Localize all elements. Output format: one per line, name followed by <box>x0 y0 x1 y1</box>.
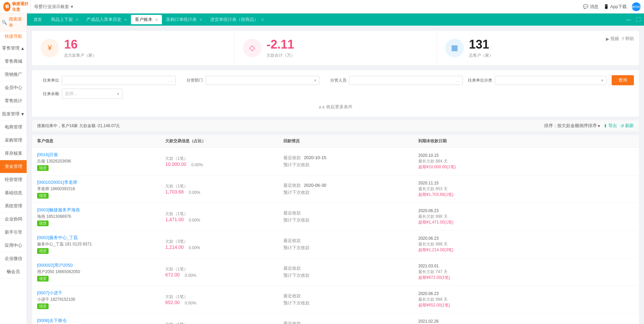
category-select[interactable]: ▾ <box>495 76 607 85</box>
overdue-detail-4[interactable]: 超期¥672.00(1笔) <box>418 275 634 281</box>
sidebar-item-purchase[interactable]: 采购管理 <box>0 134 27 147</box>
tab-prod-history[interactable]: 产成品入库单历史 ✕ <box>82 15 131 24</box>
overdue-detail-1[interactable]: 超期¥1,703.68(1笔) <box>418 192 634 198</box>
customer-info-5: [0007]小进干 小进干 18279152100 现货 <box>37 290 165 309</box>
store-name: 母婴行业演示账套 <box>34 4 69 10</box>
overdue-detail-3[interactable]: 超期¥1,214.00(3笔) <box>418 247 634 253</box>
sidebar-item-operation[interactable]: 经营管理 <box>0 173 27 186</box>
tab-close-customer-account[interactable]: ✕ <box>155 18 158 22</box>
sort-select[interactable]: 排序：按欠款金额倒序排序 ▾ <box>544 123 600 129</box>
sidebar-item-app-center[interactable]: 应用中心 <box>0 239 27 252</box>
category-arrow-icon: ▾ <box>601 78 604 83</box>
tab-close-product-off[interactable]: ✕ <box>76 18 78 22</box>
person-input[interactable]: … <box>349 76 463 85</box>
customer-name-2[interactable]: [0003]畅捷服务尹海燕 <box>37 207 165 213</box>
stat-info-debt-amount: -2.11 欠款合计（万） <box>267 37 295 58</box>
sidebar-item-system[interactable]: 系统管理 <box>0 200 27 213</box>
stat-value-debt-customers: 16 <box>64 37 96 52</box>
tab-purchase-summary[interactable]: 采购订单统计表 ✕ <box>162 15 206 24</box>
sidebar-search[interactable]: 🔍 搜索菜单 <box>0 13 27 31</box>
message-button[interactable]: 💬 消息 <box>583 4 598 10</box>
overdue-days-3: 最长欠款 998 天 <box>418 241 634 247</box>
tab-bar-right: — ⛶ <box>624 17 642 22</box>
sidebar-item-batch-mgmt[interactable]: 批发管理 ▼ <box>0 108 27 121</box>
tab-purchase-by-product[interactable]: 进货单统计表（按商品） ✕ <box>206 15 268 24</box>
result-summary: 搜索结果中，客户16家 欠款金额 -21,148.07元 <box>37 123 120 129</box>
customer-name-5[interactable]: [0007]小进干 <box>37 290 165 296</box>
recent-date-0: 2020-10-15 <box>304 155 327 160</box>
sidebar-item-member[interactable]: 会员中心 <box>0 81 27 94</box>
debt-amount-5[interactable]: 652.00 <box>165 300 180 305</box>
recovery-info-6: 最近收款 预计下次收款 <box>283 321 418 324</box>
debt-count-2: 欠款（1笔） <box>165 211 283 217</box>
sidebar-item-retail-mall[interactable]: 零售商城 <box>0 55 27 68</box>
sidebar-label-inventory: 库存核算 <box>5 151 22 156</box>
username-label: demo2 <box>629 4 643 9</box>
overdue-detail-5[interactable]: 超期¥652.00(1笔) <box>418 302 634 308</box>
sidebar-item-enterprise-wx[interactable]: 企业微信 <box>0 252 27 265</box>
tab-label-product-off: 商品上下架 <box>51 17 73 23</box>
tab-maximize-icon[interactable]: ⛶ <box>634 17 642 22</box>
customer-name-1[interactable]: [0001020001]李老师 <box>37 179 165 185</box>
export-button[interactable]: ⬆ 导出 <box>604 123 617 129</box>
debt-pct-2: 0.00% <box>189 218 200 223</box>
page-content: ¥ 16 总欠款客户（家） ◇ -2.11 欠款合计（万） <box>27 26 644 324</box>
tab-close-prod-history[interactable]: ✕ <box>124 18 127 22</box>
tab-close-purchase-by-product[interactable]: ✕ <box>261 18 264 22</box>
sidebar-label-retail-stats: 零售统计 <box>5 98 22 103</box>
customer-name-6[interactable]: [0006]去下粮仓 <box>37 318 165 324</box>
sidebar-item-guide[interactable]: 新手引导 <box>0 226 27 239</box>
overdue-detail-0[interactable]: 超期¥10,000.00(1笔) <box>418 164 634 170</box>
sidebar-item-retail-mgmt[interactable]: 零售管理 ▲ <box>0 42 27 55</box>
next-label-4: 预计下次收款 <box>283 272 418 278</box>
debt-info-2: 欠款（1笔） 1,471.00 0.00% <box>165 211 283 223</box>
tab-product-off[interactable]: 商品上下架 ✕ <box>47 15 82 24</box>
search-button[interactable]: 查询 <box>612 75 634 85</box>
sidebar-item-enterprise[interactable]: 企业协同 <box>0 213 27 226</box>
stats-row: ¥ 16 总欠款客户（家） ◇ -2.11 欠款合计（万） <box>32 31 639 65</box>
sidebar-item-ecommerce[interactable]: 电商管理 <box>0 121 27 134</box>
tab-home[interactable]: 首页 <box>29 17 47 23</box>
tab-customer-account[interactable]: 客户账本 ✕ <box>131 15 162 24</box>
customer-name-3[interactable]: [0002]服务中心_丁磊 <box>37 235 165 241</box>
sidebar-label-retail-mall: 零售商城 <box>5 59 22 64</box>
balance-select[interactable]: 选择... ▾ <box>62 89 122 99</box>
debt-amount-4[interactable]: 672.00 <box>165 272 180 277</box>
collapse-button[interactable]: ∧∧ 收起更多条件 <box>318 104 353 110</box>
store-selector[interactable]: 母婴行业演示账套 ▾ <box>30 0 77 13</box>
col-header-customer: 客户信息 <box>37 138 165 144</box>
sidebar-item-marketing[interactable]: 营销推广 <box>0 68 27 81</box>
logo-area: 畅 畅捷通好生意 <box>3 1 30 12</box>
customer-name-4[interactable]: [000002]用户2050 <box>37 262 165 268</box>
help-button[interactable]: ? 帮助 <box>622 36 634 42</box>
tab-minimize-icon[interactable]: — <box>624 17 633 22</box>
customer-tag-4: 现货 <box>37 276 49 282</box>
chevron-icon-batch: ▼ <box>21 112 25 117</box>
tab-close-purchase-summary[interactable]: ✕ <box>199 18 202 22</box>
debt-count-1: 欠款（1笔） <box>165 183 283 189</box>
refresh-button[interactable]: ↺ 刷新 <box>620 123 634 129</box>
collapse-icon: ∧∧ <box>318 105 325 110</box>
debt-amount-3[interactable]: 1,214.00 <box>165 244 184 250</box>
debt-pct-4: 0.00% <box>185 273 196 278</box>
customer-tag-3: 现货 <box>37 248 49 254</box>
customer-name-0[interactable]: [0016]吕俊 <box>37 152 165 158</box>
video-help-button[interactable]: ▶ 视频 <box>606 36 619 42</box>
sidebar-item-capital[interactable]: 资金管理 <box>0 160 27 173</box>
source-unit-input[interactable]: … <box>62 76 176 85</box>
debt-amount-1[interactable]: 1,703.68 <box>165 189 184 195</box>
sidebar-item-super-member[interactable]: 畅会员 <box>0 265 27 278</box>
avatar[interactable]: demo2 <box>632 2 641 11</box>
overdue-date-3: 2020.06.23 <box>418 236 634 241</box>
app-download-button[interactable]: 📱 App下载 <box>604 4 627 10</box>
debt-amount-0[interactable]: 10,000.00 <box>165 161 186 167</box>
debt-amount-2[interactable]: 1,471.00 <box>165 217 184 222</box>
help-icon: ? <box>622 36 624 41</box>
balance-arrow-icon: ▾ <box>117 91 119 96</box>
sidebar-item-basic-info[interactable]: 基础信息 <box>0 186 27 200</box>
dept-select[interactable]: ▾ <box>205 76 319 85</box>
sidebar-item-retail-stats[interactable]: 零售统计 <box>0 94 27 108</box>
customer-phone-4: 用户2050 18665062050 <box>37 269 165 275</box>
sidebar-item-inventory[interactable]: 库存核算 <box>0 147 27 160</box>
overdue-detail-2[interactable]: 超期¥1,471.00(1笔) <box>418 219 634 225</box>
